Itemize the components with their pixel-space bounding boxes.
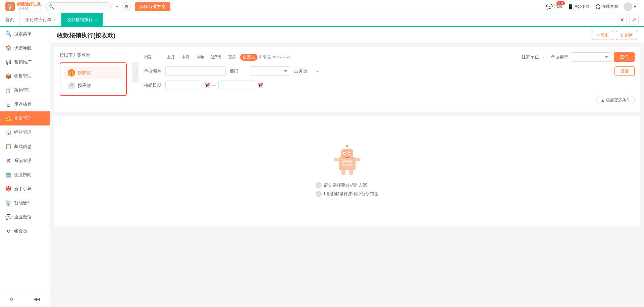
filter-option-by-receivable[interactable]: ⏱ 按应收 <box>64 79 123 92</box>
sidebar-item-marketing[interactable]: 📢 营销推广 <box>0 55 50 69</box>
counterparty-label: 往来单位 <box>522 54 539 60</box>
verify-date-end-input[interactable]: 2023-07-21 <box>218 81 255 90</box>
tab-prepay[interactable]: 预付冲应付单 × <box>20 13 61 27</box>
sidebar-label-hardware: 智能硬件 <box>14 200 32 206</box>
date-tab-prev-month[interactable]: 上月 <box>164 54 177 61</box>
doc-number-input[interactable] <box>165 66 226 76</box>
sidebar-item-basic-info[interactable]: 📋 基础信息 <box>0 140 50 154</box>
refresh-label: 刷新 <box>625 33 633 38</box>
collapse-icon: ◀◀ <box>34 297 40 302</box>
enterprise-icon: 🏢 <box>5 172 11 178</box>
search-menu-icon: 🔍 <box>5 31 11 37</box>
sidebar-label-wechat: 企业微信 <box>14 214 32 220</box>
gear-button[interactable]: ⚙ <box>122 2 131 11</box>
refresh-button[interactable]: ↻ 刷新 <box>616 31 637 40</box>
sidebar-label-purchase: 采购管理 <box>14 87 32 93</box>
sidebar-settings-button[interactable]: ⚙ <box>7 294 16 304</box>
date-tab-7days[interactable]: 近7天 <box>208 54 224 61</box>
sidebar-item-finance[interactable]: 💰 资金管理 <box>0 111 50 125</box>
app-download-button[interactable]: 📱 App下载 <box>568 4 590 9</box>
by-receipt-icon: 💰 <box>68 69 75 76</box>
sidebar-item-sales[interactable]: 📦 销售管理 <box>0 69 50 83</box>
industry-btn[interactable]: 休验行业方案 <box>135 2 170 11</box>
empty-tip-1: 1 请先选择要分析的方案 <box>316 182 378 188</box>
setting-button[interactable]: 设置 <box>614 66 635 76</box>
date-tab-this-year[interactable]: 本年 <box>194 54 207 61</box>
tab-expand-button[interactable]: ⤢ <box>629 15 639 24</box>
date-range-text: 不限 至 2023-07-26 <box>259 55 291 60</box>
verify-date-end-calendar-icon[interactable]: 📅 <box>257 83 263 88</box>
logo-icon: 🐰 <box>5 2 15 11</box>
tabbar: 首页 预付冲应付单 × 收款核销执行 × ✕ ⤢ <box>0 13 644 27</box>
tab-prepay-label: 预付冲应付单 <box>25 17 51 23</box>
svg-point-7 <box>346 145 348 147</box>
counterparty-ellipsis[interactable]: ··· <box>542 55 548 60</box>
user-area[interactable]: Rit <box>624 2 639 11</box>
online-service-button[interactable]: 🎧 在线客服 <box>595 4 618 9</box>
marketing-icon: 📢 <box>5 59 11 65</box>
department-select[interactable] <box>250 66 290 76</box>
date-label: 日期 <box>144 54 160 60</box>
svg-rect-10 <box>341 169 345 175</box>
doc-type-select[interactable] <box>571 52 611 62</box>
topbar-right: 💬 消息 99+ 📱 App下载 🎧 在线客服 Rit <box>546 2 639 11</box>
sidebar-item-member[interactable]: V 畅会员 <box>0 224 50 238</box>
tab-receipt[interactable]: 收款核销执行 × <box>61 13 103 27</box>
sidebar-item-enterprise[interactable]: 🏢 企业协同 <box>0 168 50 182</box>
by-receivable-icon: ⏱ <box>68 82 75 89</box>
tab-close-button[interactable]: ✕ <box>617 15 627 24</box>
tab-prepay-close-icon[interactable]: × <box>53 17 56 22</box>
date-tabs: 上月 本月 本年 近7天 更多 自定义 不限 至 2023-07-26 <box>164 54 291 61</box>
export-icon: ↗ <box>596 33 599 38</box>
sidebar-collapse-button[interactable]: ◀◀ <box>31 294 43 304</box>
sidebar-item-guide[interactable]: 🎯 新手引导 <box>0 182 50 196</box>
doc-number-label: 单据编号 <box>144 68 161 74</box>
verify-date-start-input[interactable]: 2023-03-01 <box>165 81 202 90</box>
inventory-icon: 🗄 <box>5 102 11 107</box>
topbar: 🐰 畅捷通好生意 标准版 🔍 ▾ ⚙ 休验行业方案 💬 消息 99+ 📱 App… <box>0 0 644 13</box>
filter-option-by-receipt[interactable]: 💰 按收款 <box>64 66 123 79</box>
salesperson-ellipsis[interactable]: ··· <box>314 69 321 74</box>
collapse-bar: ▲ 收起更多条件 <box>144 95 635 107</box>
export-label: 导出 <box>601 33 609 38</box>
sidebar-item-hardware[interactable]: 📡 智能硬件 <box>0 196 50 210</box>
tab-receipt-close-icon[interactable]: × <box>95 17 97 22</box>
export-button[interactable]: ↗ 导出 <box>592 31 613 40</box>
filter-options-box: 💰 按收款 ⏱ 按应收 <box>60 62 127 96</box>
brand-badge: 标准版 <box>17 7 41 11</box>
query-button[interactable]: 查询 <box>614 52 635 62</box>
tab-actions: ✕ ⤢ <box>617 15 644 24</box>
sidebar-item-system[interactable]: ⚙ 系统管理 <box>0 154 50 168</box>
sidebar-item-wechat[interactable]: 💬 企业微信 <box>0 210 50 224</box>
sidebar-item-inventory[interactable]: 🗄 库存核算 <box>0 97 50 111</box>
collapse-more-button[interactable]: ▲ 收起更多条件 <box>596 96 635 104</box>
sidebar-item-purchase[interactable]: 🛒 采购管理 <box>0 83 50 97</box>
filter-area: 按以下方案查询 💰 按收款 ⏱ 按应收 《 日期 <box>54 47 640 112</box>
guide-icon: 🎯 <box>5 186 11 192</box>
verify-date-start-calendar-icon[interactable]: 📅 <box>204 83 210 88</box>
message-button[interactable]: 💬 消息 99+ <box>546 3 562 10</box>
verify-date-label: 核销日期 <box>144 82 161 88</box>
sidebar-label-basic-info: 基础信息 <box>14 144 32 150</box>
member-icon: V <box>5 228 11 234</box>
filter-section-title: 按以下方案查询 <box>60 52 127 58</box>
sidebar-label-quick-nav: 快捷导航 <box>14 45 32 51</box>
date-tab-more[interactable]: 更多 <box>225 54 239 61</box>
tip-text-2: 用[过滤]条件来缩小分析范围 <box>324 191 378 197</box>
tab-receipt-label: 收款核销执行 <box>67 17 93 23</box>
date-tab-custom[interactable]: 自定义 <box>240 54 258 61</box>
dropdown-arrow-icon[interactable]: ▾ <box>116 4 118 9</box>
sidebar-item-business[interactable]: 📊 经营管理 <box>0 125 50 140</box>
salesperson-label: 业务员 <box>294 68 310 74</box>
sidebar-item-search-menu[interactable]: 🔍 搜索菜单 <box>0 27 50 41</box>
brand-name: 畅捷通好生意 <box>17 2 41 6</box>
app-label: App下载 <box>575 4 590 9</box>
tab-home[interactable]: 首页 <box>0 13 20 27</box>
filter-collapse-toggle[interactable]: 《 <box>132 62 139 83</box>
date-tab-this-month[interactable]: 本月 <box>179 54 192 61</box>
verify-date-group: 2023-03-01 📅 — 2023-07-21 📅 <box>165 81 263 90</box>
system-icon: ⚙ <box>5 158 11 164</box>
finance-icon: 💰 <box>5 115 11 121</box>
svg-rect-8 <box>334 158 339 161</box>
sidebar-item-quick-nav[interactable]: 🏠 快捷导航 <box>0 41 50 55</box>
